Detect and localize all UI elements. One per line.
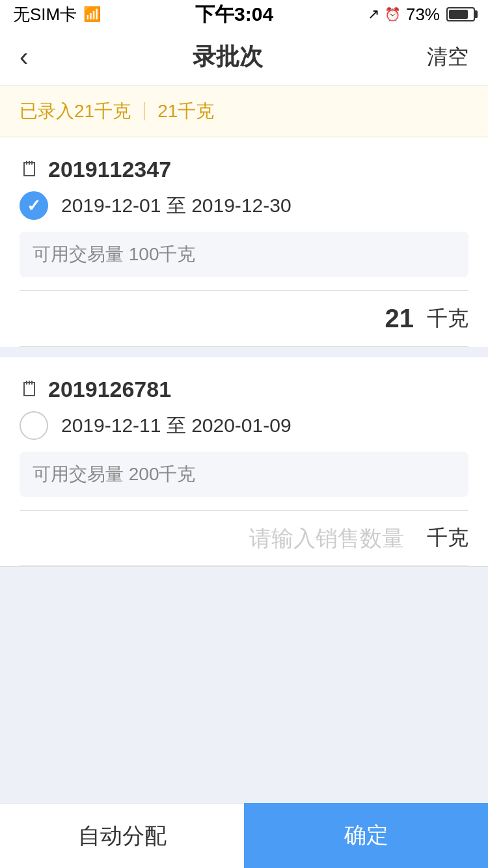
batch1-icon: 🗒 (20, 157, 40, 182)
battery-label: 73% (406, 5, 440, 25)
alarm-icon: ⏰ (385, 7, 401, 22)
batch2-checkbox[interactable] (20, 411, 48, 440)
batch1-date: 2019-12-01 至 2019-12-30 (61, 193, 291, 219)
page-title: 录批次 (193, 41, 263, 73)
batch-card-1: 🗒 2019112347 2019-12-01 至 2019-12-30 可用交… (0, 137, 488, 347)
batch2-unit: 千克 (427, 524, 468, 552)
batch1-available: 可用交易量 100千克 (20, 232, 468, 277)
bottom-bar: 自动分配 确定 (0, 803, 488, 868)
nav-bar: ‹ 录批次 清空 (0, 29, 488, 86)
location-icon: ↗ (368, 6, 379, 23)
back-button[interactable]: ‹ (20, 42, 28, 72)
info-banner: 已录入21千克 21千克 (0, 86, 488, 137)
status-bar: 无SIM卡 📶 下午3:04 ↗ ⏰ 73% (0, 0, 488, 29)
batch2-id-row: 🗒 2019126781 (20, 377, 468, 402)
auto-distribute-button[interactable]: 自动分配 (0, 803, 244, 868)
status-time: 下午3:04 (195, 1, 273, 28)
recorded-value: 21千克 (157, 99, 214, 124)
batch2-date-row: 2019-12-11 至 2020-01-09 (20, 411, 468, 440)
recorded-label: 已录入21千克 (20, 99, 131, 124)
batch2-date: 2019-12-11 至 2020-01-09 (61, 413, 291, 439)
clear-button[interactable]: 清空 (427, 43, 468, 72)
wifi-icon: 📶 (83, 6, 101, 23)
batch2-input-row: 千克 (0, 511, 488, 565)
batch1-unit: 千克 (427, 305, 468, 333)
batch1-date-row: 2019-12-01 至 2019-12-30 (20, 191, 468, 220)
batch2-icon: 🗒 (20, 377, 40, 401)
batch1-checkbox[interactable] (20, 191, 48, 220)
batch1-id: 2019112347 (48, 157, 171, 182)
banner-divider (144, 102, 144, 120)
divider4 (20, 565, 468, 566)
no-sim-label: 无SIM卡 (13, 3, 77, 26)
batch1-amount: 21 (385, 304, 414, 332)
status-left: 无SIM卡 📶 (13, 3, 101, 26)
batch2-id: 2019126781 (48, 377, 171, 402)
status-right: ↗ ⏰ 73% (368, 5, 475, 25)
confirm-button[interactable]: 确定 (244, 803, 488, 868)
battery-icon (446, 7, 475, 21)
batch2-available: 可用交易量 200千克 (20, 452, 468, 497)
quantity-input[interactable] (219, 526, 414, 551)
batch1-id-row: 🗒 2019112347 (20, 157, 468, 182)
section-divider (0, 347, 488, 357)
batch-card-2: 🗒 2019126781 2019-12-11 至 2020-01-09 可用交… (0, 357, 488, 567)
batch1-amount-row: 21 千克 (0, 291, 488, 346)
